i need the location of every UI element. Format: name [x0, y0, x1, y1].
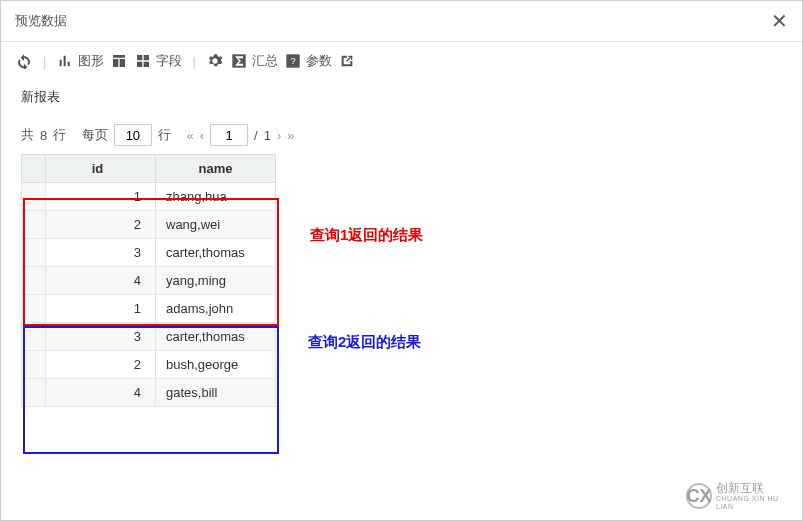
total-rows: 8 [40, 128, 47, 143]
row-handle[interactable] [22, 211, 46, 239]
table-row[interactable]: 3carter,thomas [22, 323, 276, 351]
watermark-brand-url: CHUANG XIN HU LIAN [716, 495, 796, 510]
row-handle[interactable] [22, 183, 46, 211]
first-page-icon[interactable]: « [186, 128, 193, 143]
param-button[interactable]: ? 参数 [284, 52, 332, 70]
corner-cell [22, 155, 46, 183]
content-area: 新报表 共 8 行 每页 行 « ‹ / 1 › » id name 1zhan [1, 80, 802, 415]
watermark-brand-cn: 创新互联 [716, 482, 796, 495]
cell-name: carter,thomas [156, 323, 276, 351]
row-handle[interactable] [22, 323, 46, 351]
export-icon[interactable] [338, 52, 356, 70]
last-page-icon[interactable]: » [287, 128, 294, 143]
cell-name: bush,george [156, 351, 276, 379]
current-page-input[interactable] [210, 124, 248, 146]
total-prefix: 共 [21, 126, 34, 144]
perpage-suffix: 行 [158, 126, 171, 144]
cell-name: zhang,hua [156, 183, 276, 211]
separator: | [43, 54, 46, 69]
row-handle[interactable] [22, 351, 46, 379]
bar-chart-icon [56, 52, 74, 70]
cell-name: carter,thomas [156, 239, 276, 267]
cell-name: yang,ming [156, 267, 276, 295]
table-row[interactable]: 1zhang,hua [22, 183, 276, 211]
cell-id: 1 [46, 183, 156, 211]
cell-name: wang,wei [156, 211, 276, 239]
cell-id: 1 [46, 295, 156, 323]
chart-button[interactable]: 图形 [56, 52, 104, 70]
window-header: 预览数据 ✕ [1, 1, 802, 42]
cell-id: 3 [46, 239, 156, 267]
table-row[interactable]: 2bush,george [22, 351, 276, 379]
next-page-icon[interactable]: › [277, 128, 281, 143]
report-title: 新报表 [21, 88, 782, 106]
cell-id: 4 [46, 379, 156, 407]
watermark-logo-icon: CX [686, 483, 712, 509]
gear-icon[interactable] [206, 52, 224, 70]
question-icon: ? [284, 52, 302, 70]
field-icon [134, 52, 152, 70]
field-button[interactable]: 字段 [134, 52, 182, 70]
summary-label: 汇总 [252, 52, 278, 70]
window-title: 预览数据 [15, 12, 67, 30]
annotation-query1: 查询1返回的结果 [308, 224, 425, 247]
cell-name: gates,bill [156, 379, 276, 407]
separator: | [192, 54, 195, 69]
cell-id: 4 [46, 267, 156, 295]
annotation-query2: 查询2返回的结果 [308, 333, 425, 352]
watermark: CX 创新互联 CHUANG XIN HU LIAN [686, 478, 796, 514]
row-handle[interactable] [22, 295, 46, 323]
perpage-prefix: 每页 [82, 126, 108, 144]
table-row[interactable]: 4yang,ming [22, 267, 276, 295]
summary-button[interactable]: 汇总 [230, 52, 278, 70]
svg-text:?: ? [290, 56, 295, 66]
cell-name: adams,john [156, 295, 276, 323]
prev-page-icon[interactable]: ‹ [200, 128, 204, 143]
table-header-row: id name [22, 155, 276, 183]
param-label: 参数 [306, 52, 332, 70]
total-pages: 1 [264, 128, 271, 143]
table-row[interactable]: 1adams,john [22, 295, 276, 323]
data-table: id name 1zhang,hua 2wang,wei 3carter,tho… [21, 154, 276, 407]
pagination: 共 8 行 每页 行 « ‹ / 1 › » [21, 124, 782, 146]
row-handle[interactable] [22, 267, 46, 295]
row-handle[interactable] [22, 239, 46, 267]
refresh-icon[interactable] [15, 52, 33, 70]
page-sep: / [254, 128, 258, 143]
cell-id: 2 [46, 351, 156, 379]
perpage-input[interactable] [114, 124, 152, 146]
col-header-id[interactable]: id [46, 155, 156, 183]
field-label: 字段 [156, 52, 182, 70]
total-suffix: 行 [53, 126, 66, 144]
annotations: 查询1返回的结果 查询2返回的结果 [308, 154, 425, 352]
table-row[interactable]: 2wang,wei [22, 211, 276, 239]
cell-id: 2 [46, 211, 156, 239]
chart-label: 图形 [78, 52, 104, 70]
sigma-icon [230, 52, 248, 70]
table-icon[interactable] [110, 52, 128, 70]
row-handle[interactable] [22, 379, 46, 407]
col-header-name[interactable]: name [156, 155, 276, 183]
table-row[interactable]: 4gates,bill [22, 379, 276, 407]
table-row[interactable]: 3carter,thomas [22, 239, 276, 267]
cell-id: 3 [46, 323, 156, 351]
toolbar: | 图形 字段 | 汇总 ? 参数 [1, 42, 802, 80]
close-icon[interactable]: ✕ [771, 11, 788, 31]
